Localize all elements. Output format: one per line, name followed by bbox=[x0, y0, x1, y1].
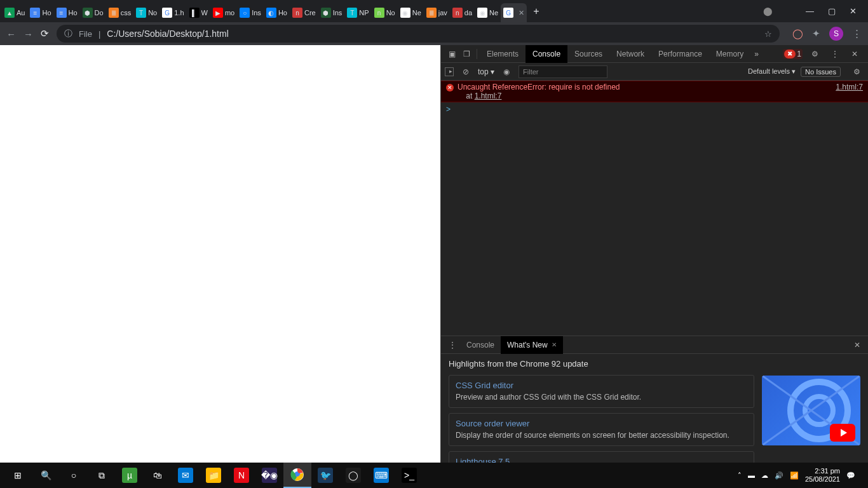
browser-tab[interactable]: ≣jav bbox=[424, 3, 450, 22]
minimize-button[interactable]: — bbox=[806, 6, 814, 16]
error-count-badge[interactable]: ✖1 bbox=[783, 49, 803, 59]
browser-tab[interactable]: ◐Ho bbox=[264, 3, 290, 22]
browser-menu-icon[interactable]: ⋮ bbox=[852, 28, 862, 39]
browser-tab[interactable]: ◉Ne bbox=[398, 3, 424, 22]
maximize-button[interactable]: ▢ bbox=[828, 6, 836, 16]
tab-label: jav bbox=[438, 9, 447, 17]
tab-label: Ins bbox=[333, 9, 342, 17]
taskbar-app[interactable]: ○ bbox=[60, 463, 88, 488]
site-info-icon[interactable]: ⓘ bbox=[64, 28, 72, 39]
taskbar-app[interactable]: N bbox=[227, 463, 255, 488]
devtools-tab-memory[interactable]: Memory bbox=[709, 45, 750, 63]
devtools-tab-sources[interactable]: Sources bbox=[567, 45, 609, 63]
devtools-close-icon[interactable]: ✕ bbox=[848, 50, 862, 58]
console-error-row[interactable]: ✕ Uncaught ReferenceError: require is no… bbox=[441, 81, 868, 102]
wifi-icon[interactable]: 📶 bbox=[790, 471, 799, 480]
reload-button[interactable]: ⟳ bbox=[41, 28, 49, 39]
bookmark-star-icon[interactable]: ☆ bbox=[764, 29, 772, 39]
taskbar-app[interactable]: >_ bbox=[395, 463, 423, 488]
page-viewport[interactable] bbox=[0, 45, 440, 463]
devtools-tab-console[interactable]: Console bbox=[526, 45, 567, 63]
favicon-icon: ○ bbox=[240, 8, 250, 18]
error-source-link[interactable]: 1.html:7 bbox=[829, 83, 863, 92]
clock[interactable]: 2:31 pm25/08/2021 bbox=[805, 467, 840, 484]
forward-button[interactable]: → bbox=[24, 29, 33, 39]
browser-tab[interactable]: nCre bbox=[290, 3, 318, 22]
close-tab-icon[interactable]: ✕ bbox=[552, 341, 557, 348]
issues-badge[interactable]: No Issues bbox=[801, 67, 841, 77]
browser-tab[interactable]: TNP bbox=[344, 3, 371, 22]
console-prompt[interactable]: > bbox=[441, 102, 868, 116]
browser-tab[interactable]: ≣css bbox=[106, 3, 134, 22]
taskbar-app[interactable]: ⧉ bbox=[88, 463, 116, 488]
taskbar-app[interactable]: ✉ bbox=[172, 463, 200, 488]
favicon-icon: n bbox=[292, 8, 302, 18]
taskbar-app[interactable]: 🐦 bbox=[311, 463, 339, 488]
taskbar-app[interactable] bbox=[283, 463, 311, 488]
console-filter-input[interactable]: Filter bbox=[519, 65, 607, 78]
browser-tab[interactable]: ≡Ho bbox=[27, 3, 53, 22]
devtools-tab-network[interactable]: Network bbox=[609, 45, 651, 63]
account-icon[interactable]: ⬤ bbox=[763, 6, 773, 16]
drawer-close-icon[interactable]: ✕ bbox=[850, 341, 864, 349]
console-output[interactable]: ✕ Uncaught ReferenceError: require is no… bbox=[441, 81, 868, 336]
device-toolbar-icon[interactable]: ❐ bbox=[459, 50, 474, 58]
favicon-icon: ≣ bbox=[426, 8, 437, 18]
whatsnew-card[interactable]: CSS Grid editorPreview and author CSS Gr… bbox=[449, 375, 754, 408]
address-bar[interactable]: ⓘ File | C:/Users/Sobia/Desktop/1.html ☆ bbox=[57, 25, 780, 43]
devtools-tab-performance[interactable]: Performance bbox=[651, 45, 709, 63]
log-levels-dropdown[interactable]: Default levels ▾ bbox=[748, 67, 796, 76]
browser-tab[interactable]: ⬢Do bbox=[80, 3, 106, 22]
devtools-settings-icon[interactable]: ⚙ bbox=[808, 50, 822, 58]
inspect-element-icon[interactable]: ▣ bbox=[445, 50, 459, 58]
browser-tab[interactable]: ▲Au bbox=[2, 3, 27, 22]
taskbar-app[interactable]: ⌨ bbox=[367, 463, 395, 488]
favicon-icon: ◐ bbox=[266, 8, 276, 18]
taskbar-app[interactable]: ◯ bbox=[339, 463, 367, 488]
context-selector[interactable]: top ▾ bbox=[478, 67, 494, 76]
whatsnew-card[interactable]: Lighthouse 7.5 bbox=[449, 451, 754, 463]
battery-icon[interactable]: ▬ bbox=[748, 471, 755, 479]
profile-avatar[interactable]: S bbox=[829, 27, 843, 41]
browser-tab[interactable]: TNo bbox=[133, 3, 159, 22]
extensions-icon[interactable]: ✦ bbox=[812, 28, 820, 39]
browser-tab[interactable]: ▌W bbox=[187, 3, 210, 22]
taskbar-app[interactable]: µ bbox=[116, 463, 144, 488]
browser-tab[interactable]: G1.h bbox=[159, 3, 186, 22]
browser-tab[interactable]: G✕ bbox=[501, 3, 527, 22]
taskbar-app[interactable]: 📁 bbox=[200, 463, 227, 488]
browser-tab[interactable]: ○Ins bbox=[237, 3, 264, 22]
whatsnew-video-thumb[interactable] bbox=[762, 376, 860, 445]
browser-tab[interactable]: ≡Ho bbox=[54, 3, 80, 22]
more-panels-icon[interactable]: » bbox=[750, 50, 763, 58]
taskbar-app[interactable]: �◉ bbox=[255, 463, 283, 488]
console-sidebar-toggle-icon[interactable]: ▸ bbox=[445, 67, 454, 76]
volume-icon[interactable]: 🔊 bbox=[775, 471, 783, 480]
notifications-icon[interactable]: 💬 bbox=[846, 471, 855, 480]
browser-tab[interactable]: nda bbox=[450, 3, 475, 22]
clear-console-icon[interactable]: ⊘ bbox=[459, 67, 473, 76]
browser-tab[interactable]: nNo bbox=[372, 3, 398, 22]
back-button[interactable]: ← bbox=[6, 29, 16, 39]
devtools-tab-elements[interactable]: Elements bbox=[480, 45, 526, 63]
drawer-tab-whatsnew[interactable]: What's New ✕ bbox=[501, 336, 563, 354]
console-settings-icon[interactable]: ⚙ bbox=[850, 67, 864, 76]
tray-up-icon[interactable]: ˄ bbox=[738, 471, 742, 480]
onedrive-icon[interactable]: ☁ bbox=[761, 471, 768, 480]
drawer-tab-console[interactable]: Console bbox=[460, 336, 501, 354]
close-tab-icon[interactable]: ✕ bbox=[519, 9, 524, 17]
browser-tab[interactable]: ▶mo bbox=[210, 3, 237, 22]
live-expression-icon[interactable]: ◉ bbox=[499, 67, 513, 76]
close-window-button[interactable]: ✕ bbox=[850, 6, 857, 16]
taskbar-app[interactable]: ⊞ bbox=[4, 463, 32, 488]
browser-tab[interactable]: ◉Ne bbox=[475, 3, 501, 22]
stack-link[interactable]: 1.html:7 bbox=[475, 92, 502, 100]
whatsnew-card[interactable]: Source order viewerDisplay the order of … bbox=[449, 413, 754, 446]
devtools-menu-icon[interactable]: ⋮ bbox=[827, 50, 843, 58]
taskbar-app[interactable]: 🔍 bbox=[32, 463, 60, 488]
browser-tab[interactable]: ⬢Ins bbox=[318, 3, 345, 22]
new-tab-button[interactable]: + bbox=[527, 6, 545, 17]
extension-icon-1[interactable]: ◯ bbox=[792, 28, 803, 39]
taskbar-app[interactable]: 🛍 bbox=[144, 463, 172, 488]
drawer-menu-icon[interactable]: ⋮ bbox=[445, 341, 460, 349]
